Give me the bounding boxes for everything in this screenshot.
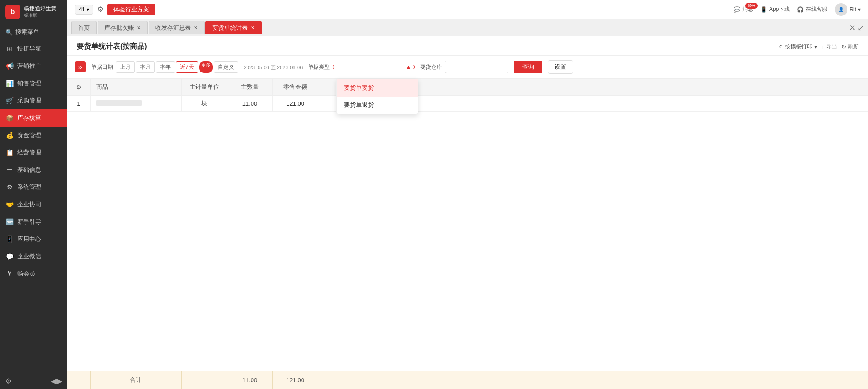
page-title: 要货单统计表(按商品): [77, 42, 147, 51]
collapse-icon[interactable]: ◀▶: [51, 377, 62, 385]
marketing-icon: 📢: [5, 62, 14, 70]
sidebar-item-finance[interactable]: 💰 资金管理: [0, 127, 67, 144]
system-icon: ⚙: [5, 184, 14, 191]
sidebar-item-guide[interactable]: 🆕 新手引导: [0, 213, 67, 230]
date-btn-custom[interactable]: 自定义: [214, 61, 238, 73]
filter-toggle-btn[interactable]: »: [75, 61, 86, 72]
sidebar-logo: b 畅捷通好生意 标准版: [0, 0, 67, 24]
th-settings[interactable]: ⚙: [67, 79, 90, 96]
date-btn-7days[interactable]: 近7天: [176, 61, 198, 73]
dropdown-item-request-return[interactable]: 要货单退货: [337, 97, 418, 114]
footer-empty2: [181, 371, 227, 389]
type-select-wrap: ▲: [333, 65, 415, 69]
sidebar-item-quick-nav[interactable]: ⊞ 快捷导航: [0, 40, 67, 57]
cell-no: 1: [67, 96, 90, 112]
trial-btn[interactable]: 体验行业方案: [107, 4, 155, 15]
guide-icon: 🆕: [5, 218, 14, 225]
store-selector[interactable]: 41 ▾: [75, 5, 93, 15]
cell-amount: 121.00: [272, 96, 318, 112]
tab-home[interactable]: 首页: [71, 21, 97, 34]
main-content: 41 ▾ ⚙ 体验行业方案 💬 消息 99+ 📱 App下载 🎧 在线客服 👤: [67, 0, 868, 389]
date-btn-this-month[interactable]: 本月: [136, 61, 155, 73]
date-range: 2023-05-06 至 2023-06-06: [244, 64, 303, 71]
sidebar-item-label: 销售管理: [17, 79, 41, 87]
sidebar-search[interactable]: 🔍 搜索菜单: [0, 24, 67, 40]
sidebar-item-purchase[interactable]: 🛒 采购管理: [0, 92, 67, 109]
service-label: 在线客服: [806, 5, 827, 13]
app-download-btn[interactable]: 📱 App下载: [760, 5, 790, 13]
sidebar-item-label: 企业协同: [17, 200, 41, 209]
topbar-left: 41 ▾ ⚙ 体验行业方案: [75, 4, 728, 15]
sidebar-item-sales[interactable]: 📊 销售管理: [0, 75, 67, 92]
type-select[interactable]: [333, 65, 415, 69]
query-btn[interactable]: 查询: [514, 61, 542, 73]
sidebar-item-label: 经营管理: [17, 148, 41, 157]
print-icon: 🖨: [778, 44, 783, 50]
tab-request-summary-close[interactable]: ✕: [251, 25, 255, 31]
sidebar-item-label: 资金管理: [17, 131, 41, 139]
sidebar-item-system[interactable]: ⚙ 系统管理: [0, 179, 67, 196]
sidebar-bottom: ⚙ ◀▶: [0, 373, 67, 389]
sidebar-item-label: 应用中心: [17, 235, 41, 243]
tabs-end: ✕ ⤢: [849, 23, 864, 33]
search-label: 搜索菜单: [15, 28, 39, 36]
sidebar-item-label: 营销推广: [17, 62, 41, 70]
sidebar-item-label: 库存核算: [17, 114, 41, 122]
settings-btn[interactable]: 设置: [548, 60, 573, 74]
collab-icon: 🤝: [5, 201, 14, 208]
sidebar-item-collab[interactable]: 🤝 企业协同: [0, 196, 67, 213]
tab-receipt-summary[interactable]: 收发存汇总表 ✕: [149, 21, 205, 34]
warehouse-filter-group: 要货仓库 ···: [420, 61, 508, 73]
page-actions: 🖨 按模板打印 ▾ ↑ 导出 ↻ 刷新: [778, 43, 859, 51]
sidebar-item-appstore[interactable]: 📱 应用中心: [0, 230, 67, 248]
cell-unit: 块: [181, 96, 227, 112]
sidebar-item-marketing[interactable]: 📢 营销推广: [0, 57, 67, 75]
topbar-settings-icon[interactable]: ⚙: [97, 5, 103, 14]
settings-bottom-icon[interactable]: ⚙: [5, 377, 12, 385]
filter-bar: » 单据日期 上月 本月 本年 近7天 更多 自定义 2023-05-06 至 …: [67, 56, 868, 79]
date-btn-this-year[interactable]: 本年: [156, 61, 175, 73]
export-icon: ↑: [822, 44, 824, 50]
warehouse-selector[interactable]: ···: [445, 61, 508, 73]
table-body: 1 块 11.00 121.00: [67, 96, 868, 112]
export-btn[interactable]: ↑ 导出: [822, 43, 837, 51]
sidebar-item-basic[interactable]: 🗃 基础信息: [0, 161, 67, 179]
print-btn[interactable]: 🖨 按模板打印 ▾: [778, 43, 817, 51]
basic-icon: 🗃: [5, 166, 14, 174]
table-row: 1 块 11.00 121.00: [67, 96, 868, 112]
sidebar-item-label: 基础信息: [17, 166, 41, 174]
sidebar-item-ops[interactable]: 📋 经营管理: [0, 144, 67, 161]
tab-close-all-icon[interactable]: ✕: [849, 23, 856, 33]
table-footer: 合计 11.00 121.00: [67, 371, 868, 389]
dropdown-item-request-goods[interactable]: 要货单要货: [337, 79, 418, 97]
sidebar-item-label: 畅会员: [17, 270, 35, 278]
search-icon: 🔍: [5, 29, 13, 36]
tab-request-summary[interactable]: 要货单统计表 ✕: [205, 21, 262, 34]
messages-btn[interactable]: 💬 消息 99+: [734, 5, 753, 13]
sidebar-item-wechat[interactable]: 💬 企业微信: [0, 248, 67, 265]
topbar-right: 💬 消息 99+ 📱 App下载 🎧 在线客服 👤 Rit ▾: [734, 3, 861, 16]
sidebar-item-member[interactable]: V 畅会员: [0, 265, 67, 282]
sidebar-item-inventory[interactable]: 📦 库存核算: [0, 109, 67, 127]
data-table-wrap: ⚙ 商品 主计量单位 主数量 零售金额 1 块 11.00 121.00: [67, 79, 868, 371]
user-menu[interactable]: 👤 Rit ▾: [835, 3, 861, 16]
sidebar-item-label: 采购管理: [17, 97, 41, 105]
online-service-btn[interactable]: 🎧 在线客服: [797, 5, 827, 13]
user-avatar: 👤: [835, 3, 847, 16]
sales-icon: 📊: [5, 80, 14, 87]
topbar: 41 ▾ ⚙ 体验行业方案 💬 消息 99+ 📱 App下载 🎧 在线客服 👤: [67, 0, 868, 19]
tab-expand-icon[interactable]: ⤢: [858, 23, 864, 33]
type-dropdown: 要货单要货 要货单退货: [336, 79, 418, 114]
data-table: ⚙ 商品 主计量单位 主数量 零售金额 1 块 11.00 121.00: [67, 79, 868, 112]
sidebar-menu: ⊞ 快捷导航 📢 营销推广 📊 销售管理 🛒 采购管理 📦 库存核算 💰 资金管…: [0, 40, 67, 373]
tab-receipt-summary-close[interactable]: ✕: [194, 25, 198, 31]
footer-label: 合计: [90, 371, 181, 389]
date-btn-last-month[interactable]: 上月: [116, 61, 135, 73]
sidebar: b 畅捷通好生意 标准版 🔍 搜索菜单 ⊞ 快捷导航 📢 营销推广 📊 销售管理…: [0, 0, 67, 389]
refresh-btn[interactable]: ↻ 刷新: [842, 43, 859, 51]
tab-inventory-batch[interactable]: 库存批次账 ✕: [98, 21, 148, 34]
sidebar-item-label: 新手引导: [17, 218, 41, 226]
cell-product: [90, 96, 181, 112]
inventory-icon: 📦: [5, 114, 14, 122]
tab-inventory-batch-close[interactable]: ✕: [137, 25, 141, 31]
